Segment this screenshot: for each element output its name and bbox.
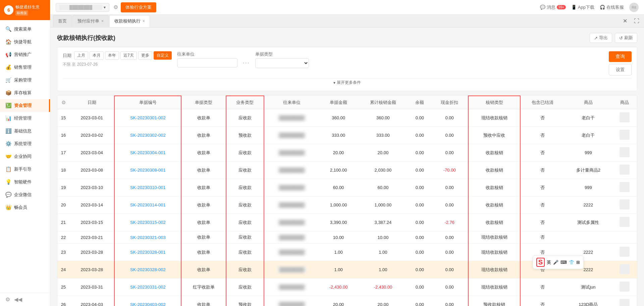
cell-product1: 老白干 — [565, 127, 612, 144]
gear-icon[interactable]: ⚙ — [113, 4, 118, 10]
cell-date: 2023-03-28 — [69, 261, 114, 279]
cell-bill-type: 收款单 — [181, 196, 226, 214]
page-title: 收款核销执行(按收款) — [57, 34, 115, 42]
industry-solution-button[interactable]: 体验行业方案 — [121, 2, 156, 12]
cell-include-settled: 否 — [520, 144, 565, 162]
sidebar-item-search[interactable]: 🔍搜索菜单 — [0, 23, 50, 36]
bill-type-filter: 单据类型 收款单 红字收款单 — [255, 51, 309, 68]
sidebar-item-sales[interactable]: 💰销售管理 — [0, 61, 50, 74]
sidebar-item-member[interactable]: 👑畅会员 — [0, 201, 50, 214]
bill-no-link[interactable]: SK-20230315-002 — [130, 220, 166, 225]
user-avatar-item[interactable]: Rit — [629, 3, 639, 12]
account-selector[interactable]: ████████ ▾ — [56, 3, 109, 12]
cell-include-settled: 否 — [520, 214, 565, 231]
messages-item[interactable]: 💬 消息 99+ — [540, 4, 566, 10]
sidebar-item-purchase[interactable]: 🛒采购管理 — [0, 74, 50, 86]
sidebar-label-sales: 销售管理 — [14, 64, 32, 70]
bill-no-link[interactable]: SK-20230314-001 — [130, 202, 166, 207]
export-button[interactable]: ↗ 导出 — [590, 33, 612, 43]
sidebar-icon-enterprise: 🤝 — [5, 154, 11, 160]
sidebar-item-basic-info[interactable]: ℹ️基础信息 — [0, 125, 50, 137]
sidebar-item-wechat[interactable]: 💬企业微信 — [0, 188, 50, 201]
date-filter: 日期 上月 本月 本年 近7天 更多 自定义 不限 至 2023-07-26 — [63, 51, 172, 67]
filter-main-row: 日期 上月 本月 本年 近7天 更多 自定义 不限 至 2023-07-26 — [63, 51, 632, 75]
online-support-item[interactable]: 🎧 在线客服 — [600, 4, 624, 10]
cell-amount: 1.00 — [319, 244, 358, 261]
last-month-btn[interactable]: 上月 — [74, 51, 88, 60]
sidebar-item-system[interactable]: ⚙️系统管理 — [0, 137, 50, 150]
close-tab-button[interactable]: ✕ — [621, 17, 629, 25]
bill-no-link[interactable]: SK-20230331-002 — [130, 285, 166, 290]
table-row: 22 2023-03-21 SK-20230321-003 收款单 应收款 ██… — [57, 231, 637, 244]
maximize-tab-button[interactable]: ⛶ — [632, 17, 641, 25]
more-date-btn[interactable]: 更多 — [138, 51, 152, 60]
bill-no-link[interactable]: SK-20230321-003 — [130, 235, 166, 240]
filter-right-buttons: 查询 设置 — [609, 51, 632, 75]
cell-cash-discount: 0.00 — [431, 261, 468, 279]
sidebar-item-enterprise[interactable]: 🤝企业协同 — [0, 150, 50, 163]
sidebar-item-operations[interactable]: 📊经营管理 — [0, 112, 50, 125]
bill-no-link[interactable]: SK-20230304-001 — [130, 150, 166, 155]
bill-no-link[interactable]: SK-20230310-001 — [130, 185, 166, 190]
product-thumb — [620, 165, 630, 175]
product-thumb — [620, 282, 630, 292]
cell-counterpart: ████████ — [264, 109, 319, 127]
bill-no-link[interactable]: SK-20230328-001 — [130, 250, 166, 255]
counterpart-input[interactable] — [177, 58, 237, 67]
th-date: 日期 — [69, 96, 114, 109]
cell-counterpart: ████████ — [264, 196, 319, 214]
expand-more-btn[interactable]: ▾ 展开更多条件 — [63, 78, 632, 87]
cell-product1: 999 — [565, 144, 612, 162]
sidebar-item-quick-nav[interactable]: 🏠快捷导航 — [0, 36, 50, 48]
filter-dots: ... — [243, 51, 250, 65]
collapse-icon[interactable]: ◀◀ — [14, 296, 22, 303]
bill-no-link[interactable]: SK-20230308-001 — [130, 168, 166, 173]
filter-settings-button[interactable]: 设置 — [609, 64, 632, 75]
tab-home[interactable]: 首页 — [53, 15, 72, 27]
cell-bill-no: SK-20230321-003 — [114, 231, 181, 244]
sidebar-item-guide[interactable]: 📋新手引导 — [0, 163, 50, 176]
bill-no-link[interactable]: SK-20230403-002 — [130, 302, 166, 306]
bill-type-select[interactable]: 收款单 红字收款单 — [255, 58, 309, 68]
cell-counterpart: ████████ — [264, 231, 319, 244]
sidebar-label-enterprise: 企业协同 — [14, 154, 32, 160]
tab-collection-exec[interactable]: 收款核销执行× — [109, 15, 150, 27]
sidebar-item-hardware[interactable]: 💡智能硬件 — [0, 176, 50, 188]
tab-close-collection-exec[interactable]: × — [143, 19, 145, 23]
cell-product1: 2222 — [565, 196, 612, 214]
cell-product2 — [612, 109, 637, 127]
bill-no-link[interactable]: SK-20230302-002 — [130, 133, 166, 138]
product-thumb — [620, 247, 630, 257]
cell-product2 — [612, 231, 637, 244]
app-download-item[interactable]: 📱 App下载 — [571, 4, 594, 10]
bill-no-link[interactable]: SK-20230301-002 — [130, 115, 166, 120]
cell-bill-type: 收款单 — [181, 127, 226, 144]
cell-biz-type: 应收款 — [226, 231, 264, 244]
refresh-button[interactable]: ↺ 刷新 — [615, 33, 637, 43]
th-balance: 余额 — [409, 96, 431, 109]
sidebar-item-marketing[interactable]: 📢营销推广 — [0, 48, 50, 61]
settings-bottom-icon[interactable]: ⚙ — [5, 296, 10, 303]
cell-product2 — [612, 179, 637, 196]
tab-pre-payment[interactable]: 预付应付单× — [72, 15, 109, 27]
cell-amount: 20.00 — [319, 144, 358, 162]
this-month-btn[interactable]: 本月 — [90, 51, 104, 60]
sidebar-item-finance[interactable]: 💹资金管理 — [0, 99, 50, 112]
export-icon: ↗ — [594, 36, 598, 41]
last-7-days-btn[interactable]: 近7天 — [120, 51, 137, 60]
column-settings-icon[interactable]: ⚙ — [61, 100, 66, 105]
cell-amount: 20.00 — [319, 296, 358, 306]
tab-close-pre-payment[interactable]: × — [101, 19, 104, 23]
this-year-btn[interactable]: 本年 — [105, 51, 119, 60]
sidebar-icon-wechat: 💬 — [5, 192, 11, 198]
sidebar-menu: 🔍搜索菜单🏠快捷导航📢营销推广💰销售管理🛒采购管理📦库存核算💹资金管理📊经营管理… — [0, 20, 50, 293]
cell-bill-type: 收款单 — [181, 244, 226, 261]
cell-writeoff-type: 现结收款核销 — [468, 261, 520, 279]
export-label: 导出 — [599, 35, 608, 41]
sidebar-item-inventory[interactable]: 📦库存核算 — [0, 86, 50, 99]
query-button[interactable]: 查询 — [609, 51, 632, 62]
filter-panel: 日期 上月 本月 本年 近7天 更多 自定义 不限 至 2023-07-26 — [57, 47, 637, 91]
bill-no-link[interactable]: SK-20230328-002 — [130, 267, 166, 272]
custom-date-btn[interactable]: 自定义 — [154, 51, 172, 60]
cell-no: 21 — [57, 214, 69, 231]
